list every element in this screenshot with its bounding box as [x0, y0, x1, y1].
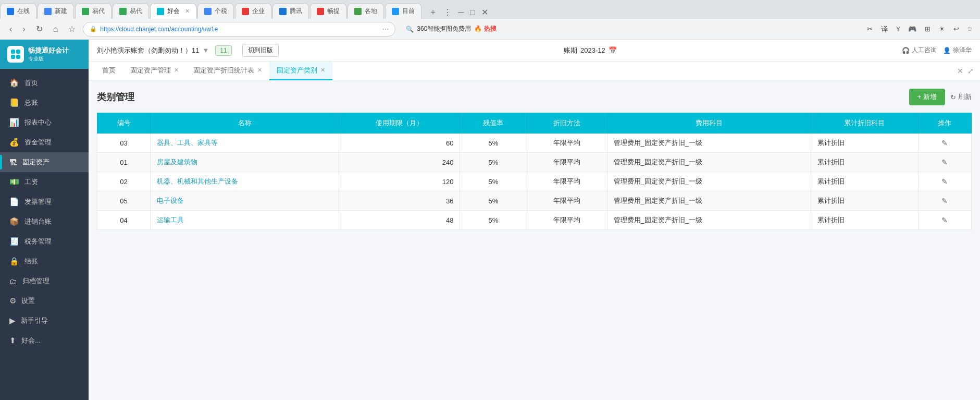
close-tab-assets-category-icon[interactable]: ✕: [320, 67, 325, 74]
sidebar-item-more[interactable]: ⬆ 好会...: [0, 331, 89, 350]
switch-version-button[interactable]: 切到旧版: [242, 44, 279, 57]
company-dropdown-icon[interactable]: ▼: [202, 46, 209, 54]
invoice-menu-icon: 📄: [9, 197, 19, 207]
sidebar-item-closing[interactable]: 🔒 结账: [0, 251, 89, 271]
sidebar-item-label-tax: 税务管理: [24, 237, 52, 246]
row-1-name: 房屋及建筑物: [151, 153, 339, 172]
edit-row-3-button[interactable]: ✎: [941, 197, 948, 205]
sidebar-item-wrapper-closing: 🔒 结账: [0, 251, 89, 271]
close-all-tabs-icon[interactable]: ✕: [957, 67, 963, 75]
sidebar-item-invoice[interactable]: 📄 发票管理: [0, 192, 89, 212]
minimize-button[interactable]: ─: [456, 7, 466, 18]
browser-tab-8[interactable]: 腾讯: [272, 3, 309, 19]
inventory-menu-icon: 📦: [9, 217, 19, 226]
reload-button[interactable]: ↻: [33, 23, 46, 35]
user-avatar-icon: 👤: [943, 47, 951, 54]
close-window-button[interactable]: ✕: [479, 6, 490, 18]
bookmark-button[interactable]: ☆: [65, 23, 79, 35]
row-1-name-link[interactable]: 房屋及建筑物: [157, 158, 197, 166]
sidebar-item-tax[interactable]: 🧾 税务管理: [0, 232, 89, 251]
cut-icon[interactable]: ✂: [865, 24, 875, 34]
tab-assets-depreciation-label: 固定资产折旧统计表: [193, 66, 254, 75]
content-tabs: 首页 固定资产管理 ✕ 固定资产折旧统计表 ✕ 固定资产类别 ✕ ✕ ⤢: [89, 62, 980, 80]
row-2-name-link[interactable]: 机器、机械和其他生产设备: [157, 177, 238, 185]
sidebar-item-wrapper-reports: 📊 报表中心: [0, 113, 89, 132]
sidebar-item-home[interactable]: 🏠 首页: [0, 73, 89, 93]
row-0-residual: 5%: [460, 134, 527, 153]
topbar-right: 🎧 人工咨询 👤 徐泽华: [902, 46, 972, 55]
calendar-icon[interactable]: 📅: [609, 46, 617, 54]
sidebar-item-settings[interactable]: ⚙ 设置: [0, 291, 89, 311]
company-selector[interactable]: 刘小艳演示账套（勿删勿动！）11 ▼: [97, 46, 209, 55]
row-0-period: 60: [339, 134, 460, 153]
close-tab-assets-mgmt-icon[interactable]: ✕: [174, 67, 179, 74]
badge-count: 11: [215, 45, 231, 56]
undo-icon[interactable]: ↩: [951, 24, 961, 34]
browser-tab-3[interactable]: 易代: [75, 3, 111, 19]
row-3-name-link[interactable]: 电子设备: [157, 197, 184, 204]
th-name: 名称: [151, 113, 339, 134]
page-title-row: 类别管理 + 新增 ↻ 刷新: [97, 89, 972, 105]
sidebar-item-wrapper-home: 🏠 首页: [0, 73, 89, 93]
sidebar-item-fixed-assets[interactable]: 🏗 固定资产: [0, 152, 89, 172]
sidebar-item-wrapper-more: ⬆ 好会...: [0, 331, 89, 350]
hot-label[interactable]: 🔥 热搜: [474, 25, 496, 33]
ledger-menu-icon: 📒: [9, 98, 19, 107]
sidebar-item-payroll[interactable]: 💵 工资: [0, 172, 89, 192]
edit-row-2-button[interactable]: ✎: [941, 177, 948, 186]
brightness-icon[interactable]: ☀: [937, 24, 947, 34]
sidebar-item-inventory[interactable]: 📦 进销台账: [0, 212, 89, 232]
close-tab-5-icon[interactable]: ✕: [185, 8, 190, 15]
new-tab-button[interactable]: ＋: [427, 6, 439, 19]
help-button[interactable]: 🎧 人工咨询: [902, 46, 937, 55]
row-0-name-link[interactable]: 器具、工具、家具等: [157, 139, 218, 147]
forward-button[interactable]: ›: [19, 23, 28, 35]
close-tab-assets-depreciation-icon[interactable]: ✕: [257, 67, 262, 74]
game-icon[interactable]: 🎮: [906, 24, 919, 34]
sidebar-item-funds[interactable]: 💰 资金管理: [0, 132, 89, 152]
th-expense: 费用科目: [607, 113, 811, 134]
refresh-button[interactable]: ↻ 刷新: [950, 92, 972, 102]
browser-tab-6[interactable]: 个税: [197, 3, 234, 19]
tab-assets-depreciation[interactable]: 固定资产折旧统计表 ✕: [186, 62, 269, 80]
edit-row-1-button[interactable]: ✎: [941, 158, 948, 166]
sidebar-item-archive[interactable]: 🗂 归档管理: [0, 271, 89, 291]
currency-icon[interactable]: ¥: [894, 24, 902, 34]
row-3-id: 05: [97, 191, 151, 211]
tab-assets-category[interactable]: 固定资产类别 ✕: [269, 62, 332, 80]
maximize-button[interactable]: □: [468, 7, 477, 18]
add-category-button[interactable]: + 新增: [909, 89, 945, 105]
browser-tab-5[interactable]: 好会 ✕: [150, 3, 196, 19]
browser-tab-11[interactable]: 目前: [385, 3, 421, 19]
browser-tab-4[interactable]: 易代: [113, 3, 149, 19]
home-button[interactable]: ⌂: [50, 23, 61, 35]
user-info[interactable]: 👤 徐泽华: [943, 46, 972, 55]
browser-tab-2[interactable]: 新建: [38, 3, 74, 19]
sidebar-item-ledger[interactable]: 📒 总账: [0, 93, 89, 113]
tab-list-button[interactable]: ⋮: [441, 6, 454, 18]
browser-tab-7[interactable]: 企业: [235, 3, 271, 19]
browser-tab-1[interactable]: 在线: [0, 3, 36, 19]
edit-row-4-button[interactable]: ✎: [941, 216, 948, 224]
menu-icon[interactable]: ≡: [965, 24, 974, 34]
back-button[interactable]: ‹: [6, 23, 15, 35]
grid-icon[interactable]: ⊞: [923, 24, 933, 34]
svg-rect-2: [11, 55, 15, 59]
expand-tab-icon[interactable]: ⤢: [967, 67, 974, 75]
sidebar-item-label-closing: 结账: [24, 257, 38, 266]
browser-tab-10[interactable]: 各地: [348, 3, 384, 19]
svg-rect-3: [16, 55, 20, 59]
address-bar[interactable]: 🔒 https://cloud.chanjet.com/accounting/u…: [83, 22, 395, 37]
browser-tab-9[interactable]: 畅提: [310, 3, 346, 19]
sidebar-item-guide[interactable]: ▶ 新手引导: [0, 311, 89, 331]
row-0-id: 03: [97, 134, 151, 153]
sidebar-item-reports[interactable]: 📊 报表中心: [0, 113, 89, 132]
sidebar-item-wrapper-funds: 💰 资金管理: [0, 132, 89, 152]
translate-icon[interactable]: 译: [879, 23, 890, 35]
table-header: 编号 名称 使用期限（月） 残值率 折旧方法 费用科目 累计折旧科目 操作: [97, 113, 972, 134]
tab-home[interactable]: 首页: [95, 62, 123, 80]
tab-assets-mgmt[interactable]: 固定资产管理 ✕: [123, 62, 186, 80]
edit-row-0-button[interactable]: ✎: [941, 139, 948, 147]
row-4-name-link[interactable]: 运输工具: [157, 216, 184, 224]
app-topbar: 刘小艳演示账套（勿删勿动！）11 ▼ 11 切到旧版 账期 2023-12 📅 …: [89, 40, 980, 62]
